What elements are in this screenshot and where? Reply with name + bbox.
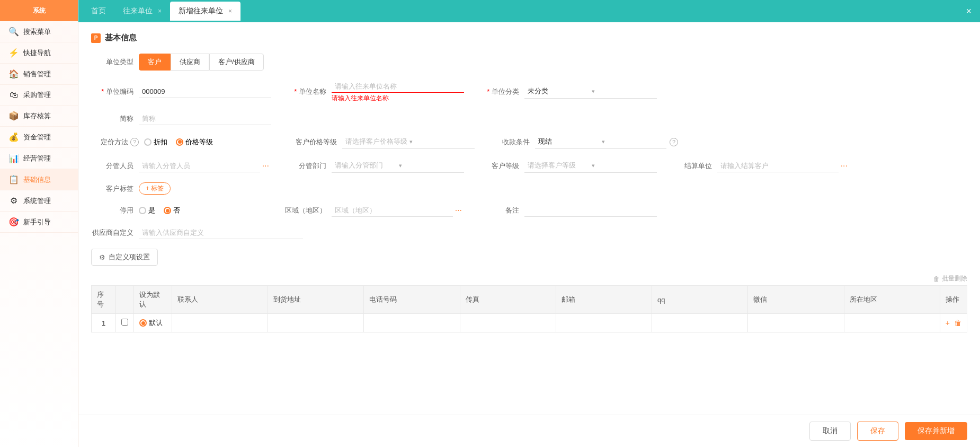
manager-input[interactable] <box>139 160 260 172</box>
cell-checkbox[interactable] <box>116 314 134 332</box>
table-row: 1 默认 <box>92 314 967 332</box>
tab-new-partner-close[interactable]: × <box>228 7 232 15</box>
tab-partner-close[interactable]: × <box>158 7 162 15</box>
sidebar-item-system[interactable]: ⚙ 系统管理 <box>0 190 78 212</box>
search-icon: 🔍 <box>8 27 19 37</box>
col-area: 所在地区 <box>844 286 940 314</box>
area-input[interactable] <box>850 319 934 327</box>
custom-settings-button[interactable]: ⚙ 自定义项设置 <box>91 249 158 266</box>
customer-tag-label: 客户标签 <box>91 184 139 194</box>
sidebar-item-label: 系统管理 <box>23 196 51 206</box>
default-radio-circle <box>139 319 147 327</box>
cell-fax[interactable] <box>460 314 556 332</box>
radio-price-level-circle <box>176 138 183 146</box>
tab-partner[interactable]: 往来单位 × <box>114 2 170 21</box>
radio-no-circle <box>164 207 171 214</box>
pricing-help-icon[interactable]: ? <box>130 138 139 146</box>
form-footer: 取消 保存 保存并新增 <box>78 415 980 447</box>
sidebar-item-purchase[interactable]: 🛍 采购管理 <box>0 85 78 106</box>
payment-select[interactable]: 现结 ▾ <box>535 135 666 149</box>
btn-both[interactable]: 客户/供应商 <box>209 54 264 71</box>
region-more-icon[interactable]: ··· <box>453 206 464 215</box>
cell-email[interactable] <box>556 314 652 332</box>
manager-more-icon[interactable]: ··· <box>260 161 271 171</box>
add-tag-button[interactable]: + 标签 <box>139 182 171 195</box>
sidebar-item-inventory[interactable]: 📦 库存核算 <box>0 106 78 127</box>
payment-label: 收款条件 <box>487 137 535 147</box>
sidebar-item-sales[interactable]: 🏠 销售管理 <box>0 64 78 85</box>
short-name-input[interactable] <box>139 112 271 125</box>
guide-icon: 🎯 <box>8 217 19 227</box>
customer-level-placeholder: 请选择客户等级 <box>528 161 590 170</box>
price-level-select[interactable]: 请选择客户价格等级 ▾ <box>342 135 475 149</box>
tab-home-label: 首页 <box>91 6 106 16</box>
row-checkbox[interactable] <box>121 319 128 326</box>
short-name-input-wrap <box>139 112 271 125</box>
batch-delete-button[interactable]: 🗑 批量删除 <box>933 274 967 283</box>
cell-qq[interactable] <box>652 314 748 332</box>
purchase-icon: 🛍 <box>8 90 19 100</box>
tab-new-partner-label: 新增往来单位 <box>179 6 223 16</box>
payment-col: 收款条件 现结 ▾ ? <box>487 135 678 149</box>
email-input[interactable] <box>562 319 646 327</box>
radio-no[interactable]: 否 <box>164 206 180 215</box>
sidebar-item-quicknav[interactable]: ⚡ 快捷导航 <box>0 42 78 64</box>
remark-input[interactable] <box>524 204 657 217</box>
fax-input[interactable] <box>466 319 550 327</box>
customer-tag-col: 客户标签 + 标签 <box>91 182 967 195</box>
cancel-button[interactable]: 取消 <box>809 422 851 441</box>
add-row-icon[interactable]: + <box>946 319 950 327</box>
sidebar-item-label: 快捷导航 <box>23 48 51 58</box>
supplier-custom-input[interactable] <box>139 226 303 239</box>
btn-customer[interactable]: 客户 <box>139 54 171 71</box>
window-close-button[interactable]: × <box>961 4 976 19</box>
save-new-button[interactable]: 保存并新增 <box>905 422 967 440</box>
phone-input[interactable] <box>369 319 454 327</box>
tab-bar: 首页 往来单位 × 新增往来单位 × × <box>78 0 980 22</box>
default-radio-label: 默认 <box>149 318 163 328</box>
customer-level-select[interactable]: 请选择客户等级 ▾ <box>524 159 657 173</box>
sidebar-item-guide[interactable]: 🎯 新手引导 <box>0 212 78 233</box>
default-radio[interactable]: 默认 <box>139 318 166 328</box>
tab-home[interactable]: 首页 <box>83 2 114 21</box>
sidebar-logo: 系统 <box>0 0 78 21</box>
contact-input[interactable] <box>177 319 262 327</box>
sidebar-item-search[interactable]: 🔍 搜索菜单 <box>0 21 78 42</box>
sidebar-item-basic[interactable]: 📋 基础信息 <box>0 169 78 190</box>
settings-icon: ⚙ <box>99 253 105 261</box>
btn-supplier[interactable]: 供应商 <box>171 54 209 71</box>
wechat-input[interactable] <box>753 319 838 327</box>
sidebar-item-finance[interactable]: 💰 资金管理 <box>0 127 78 148</box>
payment-help-icon[interactable]: ? <box>670 138 678 146</box>
region-col: 区域（地区） ··· <box>284 204 464 217</box>
cell-area[interactable] <box>844 314 940 332</box>
cell-delivery[interactable] <box>268 314 364 332</box>
delivery-input[interactable] <box>273 319 358 327</box>
radio-price-level[interactable]: 价格等级 <box>176 137 213 147</box>
inventory-icon: 📦 <box>8 111 19 121</box>
region-input[interactable] <box>332 204 453 217</box>
department-select[interactable]: 请输入分管部门 ▾ <box>332 159 464 173</box>
pricing-radio-group: 折扣 价格等级 <box>144 137 213 147</box>
settle-unit-input[interactable] <box>717 160 839 172</box>
unit-code-col: 单位编码 <box>91 85 271 98</box>
cell-phone[interactable] <box>364 314 460 332</box>
delete-row-icon[interactable]: 🗑 <box>954 319 961 327</box>
operation-icon: 📊 <box>8 153 19 163</box>
sidebar-item-operation[interactable]: 📊 经营管理 <box>0 148 78 169</box>
cell-wechat[interactable] <box>748 314 844 332</box>
cell-contact[interactable] <box>172 314 268 332</box>
sidebar-item-label: 资金管理 <box>23 133 51 142</box>
chevron-down-icon: ▾ <box>592 88 654 95</box>
radio-discount[interactable]: 折扣 <box>144 137 167 147</box>
settle-unit-more-icon[interactable]: ··· <box>839 161 850 171</box>
tab-new-partner[interactable]: 新增往来单位 × <box>170 2 240 21</box>
unit-name-input[interactable] <box>332 80 464 93</box>
unit-category-select[interactable]: 未分类 ▾ <box>524 84 657 99</box>
unit-code-input[interactable] <box>139 85 271 98</box>
qq-input[interactable] <box>657 319 742 327</box>
supplier-custom-label: 供应商自定义 <box>91 228 139 238</box>
radio-yes[interactable]: 是 <box>139 206 155 215</box>
save-button[interactable]: 保存 <box>857 422 898 441</box>
sales-icon: 🏠 <box>8 69 19 79</box>
